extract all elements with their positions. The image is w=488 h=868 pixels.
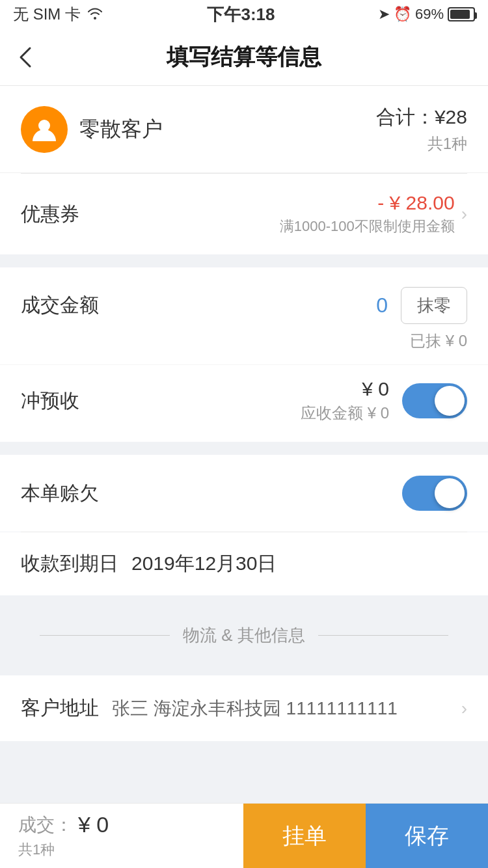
debt-label: 本单赊欠 bbox=[21, 480, 99, 507]
bottom-count: 共1种 bbox=[18, 840, 225, 860]
bottom-deal-value: ¥ 0 bbox=[78, 812, 109, 837]
coupon-label: 优惠券 bbox=[21, 201, 79, 228]
bottom-info: 成交： ¥ 0 共1种 bbox=[0, 812, 243, 860]
deal-amount-row: 成交金额 0 抹零 bbox=[0, 267, 488, 331]
prepay-right: ¥ 0 应收金额 ¥ 0 bbox=[301, 378, 467, 424]
deal-sub-text: 已抹 ¥ 0 bbox=[0, 331, 488, 364]
coupon-chevron-icon: › bbox=[461, 204, 467, 224]
debt-section: 本单赊欠 bbox=[0, 455, 488, 532]
logistics-divider: 物流 & 其他信息 bbox=[0, 624, 488, 647]
coupon-row[interactable]: 优惠券 - ¥ 28.00 满1000-100不限制使用金额 › bbox=[0, 174, 488, 254]
alarm-icon: ⏰ bbox=[394, 6, 411, 23]
prepay-toggle[interactable] bbox=[402, 383, 467, 418]
logistics-section: 物流 & 其他信息 bbox=[0, 608, 488, 662]
save-button[interactable]: 保存 bbox=[366, 804, 488, 868]
prepay-amounts: ¥ 0 应收金额 ¥ 0 bbox=[301, 378, 389, 424]
coupon-right: - ¥ 28.00 满1000-100不限制使用金额 › bbox=[280, 192, 467, 236]
section-gap-1 bbox=[0, 254, 488, 267]
coupon-desc: 满1000-100不限制使用金额 bbox=[280, 217, 455, 236]
hold-button[interactable]: 挂单 bbox=[243, 804, 366, 868]
hold-label: 挂单 bbox=[282, 821, 327, 851]
deal-amount-value[interactable]: 0 bbox=[376, 293, 388, 318]
prepay-amount: ¥ 0 bbox=[301, 378, 389, 400]
battery-icon bbox=[448, 7, 475, 21]
section-gap-4 bbox=[0, 662, 488, 675]
bottom-deal-label: 成交： bbox=[18, 813, 73, 837]
deal-section: 成交金额 0 抹零 已抹 ¥ 0 冲预收 ¥ 0 应收金额 ¥ 0 bbox=[0, 267, 488, 442]
back-button[interactable] bbox=[18, 46, 33, 69]
wifi-icon bbox=[86, 5, 104, 23]
carrier-label: 无 SIM 卡 bbox=[13, 4, 81, 25]
prepay-row: 冲预收 ¥ 0 应收金额 ¥ 0 bbox=[0, 364, 488, 442]
duedate-row: 收款到期日 2019年12月30日 bbox=[0, 532, 488, 595]
bottom-deal: 成交： ¥ 0 bbox=[18, 812, 225, 837]
customer-total: 合计：¥28 bbox=[376, 104, 467, 131]
nav-bar: 填写结算等信息 bbox=[0, 29, 488, 86]
prepay-label: 冲预收 bbox=[21, 388, 79, 414]
status-bar: 无 SIM 卡 下午3:18 ➤ ⏰ 69% bbox=[0, 0, 488, 29]
duedate-label: 收款到期日 bbox=[21, 550, 118, 577]
customer-name: 零散客户 bbox=[79, 115, 163, 144]
address-value: 张三 海淀永丰科技园 11111111111 bbox=[112, 696, 461, 721]
save-label: 保存 bbox=[405, 821, 449, 851]
deal-right: 0 抹零 bbox=[376, 287, 467, 324]
status-right: ➤ ⏰ 69% bbox=[378, 6, 475, 23]
customer-left: 零散客户 bbox=[21, 106, 163, 153]
content: 零散客户 合计：¥28 共1种 优惠券 - ¥ 28.00 满1000-100不… bbox=[0, 86, 488, 868]
coupon-right-content: - ¥ 28.00 满1000-100不限制使用金额 bbox=[280, 192, 455, 236]
battery-label: 69% bbox=[415, 6, 444, 23]
customer-section: 零散客户 合计：¥28 共1种 优惠券 - ¥ 28.00 满1000-100不… bbox=[0, 86, 488, 254]
location-icon: ➤ bbox=[378, 6, 390, 23]
customer-row: 零散客户 合计：¥28 共1种 bbox=[0, 86, 488, 173]
address-chevron-icon: › bbox=[461, 698, 467, 719]
status-left: 无 SIM 卡 bbox=[13, 4, 104, 25]
debt-toggle[interactable] bbox=[402, 476, 467, 511]
deal-amount-label: 成交金额 bbox=[21, 292, 99, 319]
page-title: 填写结算等信息 bbox=[167, 42, 321, 72]
customer-avatar bbox=[21, 106, 68, 153]
bottom-bar: 成交： ¥ 0 共1种 挂单 保存 bbox=[0, 803, 488, 868]
time-label: 下午3:18 bbox=[207, 3, 275, 26]
logistics-label: 物流 & 其他信息 bbox=[183, 624, 305, 647]
round-zero-button[interactable]: 抹零 bbox=[401, 287, 467, 324]
address-label: 客户地址 bbox=[21, 695, 99, 722]
coupon-amount: - ¥ 28.00 bbox=[280, 192, 455, 214]
section-gap-3 bbox=[0, 595, 488, 608]
duedate-value: 2019年12月30日 bbox=[131, 550, 277, 577]
customer-count: 共1种 bbox=[376, 133, 467, 154]
prepay-receivable: 应收金额 ¥ 0 bbox=[301, 403, 389, 424]
bottom-buttons: 挂单 保存 bbox=[243, 804, 488, 868]
address-row[interactable]: 客户地址 张三 海淀永丰科技园 11111111111 › bbox=[0, 675, 488, 741]
section-gap-2 bbox=[0, 442, 488, 455]
customer-right: 合计：¥28 共1种 bbox=[376, 104, 467, 154]
